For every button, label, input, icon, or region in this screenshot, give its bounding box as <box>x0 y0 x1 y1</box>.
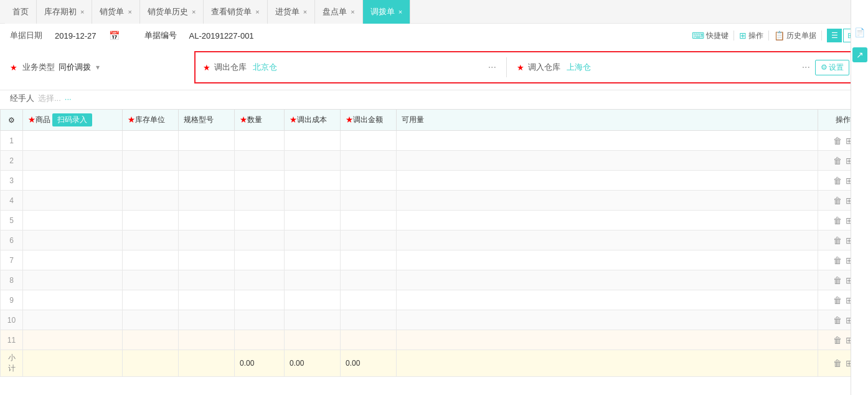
delete-row-btn[interactable]: 🗑 <box>833 335 842 345</box>
close-tab-view-sales[interactable]: × <box>255 8 259 16</box>
cell-unit-5[interactable] <box>123 211 179 231</box>
close-tab-inventory-init[interactable]: × <box>80 8 84 16</box>
cell-spec-7[interactable] <box>179 250 235 270</box>
tab-sales-order[interactable]: 销货单 × <box>92 0 139 24</box>
history-btn[interactable]: 📋 历史单据 <box>774 31 816 41</box>
handler-more-btn[interactable]: ··· <box>65 94 72 103</box>
cell-product-5[interactable] <box>23 211 123 231</box>
close-tab-transfer[interactable]: × <box>399 8 402 16</box>
delete-row-btn[interactable]: 🗑 <box>833 216 842 226</box>
cell-qty-10[interactable] <box>235 310 285 330</box>
cell-amount-3[interactable] <box>341 171 397 191</box>
cell-qty-7[interactable] <box>235 250 285 270</box>
cell-unit-8[interactable] <box>123 270 179 290</box>
cell-unit-10[interactable] <box>123 310 179 330</box>
cell-available-10[interactable] <box>397 310 818 330</box>
cell-amount-11[interactable] <box>341 330 397 350</box>
close-tab-sales-order[interactable]: × <box>128 8 131 16</box>
cell-amount-9[interactable] <box>341 290 397 310</box>
cell-product-7[interactable] <box>23 250 123 270</box>
cell-spec-2[interactable] <box>179 151 235 171</box>
cell-cost-11[interactable] <box>285 330 341 350</box>
business-type-select[interactable]: 同价调拨 ▾ <box>59 62 100 73</box>
delete-row-btn[interactable]: 🗑 <box>833 196 842 206</box>
cell-amount-1[interactable] <box>341 131 397 151</box>
delete-row-btn[interactable]: 🗑 <box>833 156 842 166</box>
cell-amount-2[interactable] <box>341 151 397 171</box>
cell-available-1[interactable] <box>397 131 818 151</box>
shortcuts-btn[interactable]: ⌨ 快捷键 <box>692 31 729 41</box>
tab-purchase[interactable]: 进货单 × <box>268 0 315 24</box>
cell-product-11[interactable] <box>23 330 123 350</box>
calendar-icon[interactable]: 📅 <box>109 31 120 40</box>
cell-product-1[interactable] <box>23 131 123 151</box>
cell-qty-2[interactable] <box>235 151 285 171</box>
cell-qty-1[interactable] <box>235 131 285 151</box>
cell-product-3[interactable] <box>23 171 123 191</box>
in-warehouse-value[interactable]: 上海仓 <box>567 62 591 73</box>
cell-available-9[interactable] <box>397 290 818 310</box>
cell-unit-11[interactable] <box>123 330 179 350</box>
cell-available-6[interactable] <box>397 231 818 250</box>
cell-product-6[interactable] <box>23 231 123 250</box>
sidebar-doc-icon[interactable]: 📄 <box>852 25 867 40</box>
cell-available-4[interactable] <box>397 191 818 211</box>
cell-available-3[interactable] <box>397 171 818 191</box>
delete-row-btn[interactable]: 🗑 <box>833 236 842 245</box>
cell-cost-4[interactable] <box>285 191 341 211</box>
cell-unit-3[interactable] <box>123 171 179 191</box>
cell-unit-1[interactable] <box>123 131 179 151</box>
cell-amount-7[interactable] <box>341 250 397 270</box>
cell-cost-3[interactable] <box>285 171 341 191</box>
layout-btn-list[interactable]: ☰ <box>827 29 842 42</box>
delete-row-btn[interactable]: 🗑 <box>833 295 842 305</box>
cell-cost-10[interactable] <box>285 310 341 330</box>
cell-amount-8[interactable] <box>341 270 397 290</box>
cell-cost-7[interactable] <box>285 250 341 270</box>
cell-cost-6[interactable] <box>285 231 341 250</box>
cell-spec-10[interactable] <box>179 310 235 330</box>
cell-amount-4[interactable] <box>341 191 397 211</box>
cell-unit-4[interactable] <box>123 191 179 211</box>
close-tab-sales-history[interactable]: × <box>192 8 196 16</box>
scan-entry-btn[interactable]: 扫码录入 <box>52 113 92 126</box>
cell-unit-7[interactable] <box>123 250 179 270</box>
cell-cost-9[interactable] <box>285 290 341 310</box>
cell-spec-3[interactable] <box>179 171 235 191</box>
cell-qty-4[interactable] <box>235 191 285 211</box>
in-warehouse-more-btn[interactable]: ··· <box>802 62 810 73</box>
cell-cost-2[interactable] <box>285 151 341 171</box>
cell-qty-8[interactable] <box>235 270 285 290</box>
cell-qty-9[interactable] <box>235 290 285 310</box>
cell-amount-5[interactable] <box>341 211 397 231</box>
tab-home[interactable]: 首页 <box>5 0 37 24</box>
handler-select[interactable]: 选择... <box>38 93 61 104</box>
subtotal-delete-btn[interactable]: 🗑 <box>833 358 842 368</box>
delete-row-btn[interactable]: 🗑 <box>833 136 842 146</box>
cell-product-2[interactable] <box>23 151 123 171</box>
cell-unit-6[interactable] <box>123 231 179 250</box>
cell-spec-6[interactable] <box>179 231 235 250</box>
cell-cost-8[interactable] <box>285 270 341 290</box>
cell-available-2[interactable] <box>397 151 818 171</box>
cell-spec-8[interactable] <box>179 270 235 290</box>
tab-inventory-init[interactable]: 库存期初 × <box>37 0 92 24</box>
tab-stocktake[interactable]: 盘点单 × <box>315 0 362 24</box>
cell-available-7[interactable] <box>397 250 818 270</box>
cell-available-11[interactable] <box>397 330 818 350</box>
cell-spec-5[interactable] <box>179 211 235 231</box>
cell-product-4[interactable] <box>23 191 123 211</box>
cell-unit-9[interactable] <box>123 290 179 310</box>
close-tab-stocktake[interactable]: × <box>351 8 354 16</box>
delete-row-btn[interactable]: 🗑 <box>833 315 842 325</box>
out-warehouse-value[interactable]: 北京仓 <box>253 62 277 73</box>
out-warehouse-more-btn[interactable]: ··· <box>488 62 496 73</box>
cell-qty-11[interactable] <box>235 330 285 350</box>
settings-btn[interactable]: ⚙ 设置 <box>815 60 849 75</box>
cell-qty-6[interactable] <box>235 231 285 250</box>
cell-available-5[interactable] <box>397 211 818 231</box>
tab-view-sales[interactable]: 查看销货单 × <box>204 0 267 24</box>
cell-amount-10[interactable] <box>341 310 397 330</box>
table-settings-icon[interactable]: ⚙ <box>8 116 15 125</box>
cell-unit-2[interactable] <box>123 151 179 171</box>
